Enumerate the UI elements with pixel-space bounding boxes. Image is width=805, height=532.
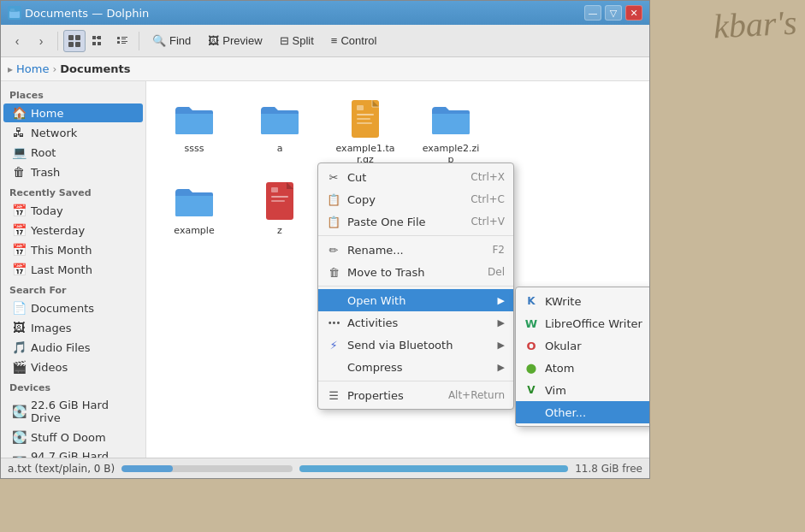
preview-icon: 🖼 xyxy=(208,34,219,47)
back-button[interactable]: ‹ xyxy=(6,30,28,52)
sidebar-trash-label: Trash xyxy=(31,166,60,179)
menu-cut[interactable]: ✂ Cut Ctrl+X xyxy=(318,166,513,188)
close-button[interactable]: ✕ xyxy=(625,5,642,21)
file-item-example2zip[interactable]: example2.zip xyxy=(417,95,485,168)
menu-properties[interactable]: ☰ Properties Alt+Return xyxy=(318,384,513,406)
recently-saved-label: Recently Saved xyxy=(1,182,145,200)
menu-move-trash[interactable]: 🗑 Move to Trash Del xyxy=(318,261,513,283)
sidebar-home-label: Home xyxy=(31,107,63,120)
activities-label: Activities xyxy=(347,316,491,329)
compress-label: Compress xyxy=(347,361,491,374)
sidebar-item-documents[interactable]: 📄 Documents xyxy=(3,299,143,317)
toolbar-separator-2 xyxy=(139,32,139,50)
open-with-label: Open With xyxy=(347,294,491,307)
folder-icon-ssss xyxy=(174,98,215,139)
sidebar-item-videos[interactable]: 🎬 Videos xyxy=(3,358,143,376)
file-item-ssss[interactable]: ssss xyxy=(160,95,228,168)
submenu-libreoffice[interactable]: W LibreOffice Writer xyxy=(516,312,649,334)
sidebar-today-label: Today xyxy=(31,204,63,217)
hdd1-icon: 💽 xyxy=(12,405,26,418)
progress-fill xyxy=(121,465,173,472)
submenu-open-with: K KWrite W LibreOffice Writer O Okular xyxy=(515,287,649,427)
sidebar-item-root[interactable]: 💻 Root xyxy=(3,143,143,162)
file-item-a[interactable]: a xyxy=(246,95,314,168)
maximize-button[interactable]: ▽ xyxy=(605,5,622,21)
submenu-okular[interactable]: O Okular xyxy=(516,334,649,357)
sidebar-item-audio[interactable]: 🎵 Audio Files xyxy=(3,338,143,357)
svg-rect-16 xyxy=(121,43,126,44)
sidebar-item-trash[interactable]: 🗑 Trash xyxy=(3,163,143,181)
menu-rename[interactable]: ✏ Rename... F2 xyxy=(318,239,513,261)
breadcrumb-documents: Documents xyxy=(60,62,130,75)
cut-icon: ✂ xyxy=(327,170,340,184)
menu-activities[interactable]: ••• Activities ▶ xyxy=(318,311,513,334)
sidebar-stuff-label: Stuff O Doom xyxy=(31,431,106,444)
menu-bluetooth[interactable]: ⚡ Send via Bluetooth ▶ xyxy=(318,334,513,356)
menu-open-with[interactable]: Open With ▶ K KWrite W LibreOffice Write… xyxy=(318,289,513,311)
submenu-vim[interactable]: V Vim xyxy=(516,379,649,401)
svg-rect-23 xyxy=(271,187,278,192)
forward-button[interactable]: › xyxy=(30,30,52,52)
activities-icon: ••• xyxy=(327,316,340,329)
audio-icon: 🎵 xyxy=(12,340,26,354)
submenu-kwrite[interactable]: K KWrite xyxy=(516,290,649,312)
file-item-example[interactable]: example xyxy=(160,177,228,239)
properties-label: Properties xyxy=(347,389,441,402)
sidebar-item-this-month[interactable]: 📅 This Month xyxy=(3,240,143,259)
folder-icon-example2zip xyxy=(430,98,471,139)
libreoffice-icon: W xyxy=(524,316,538,330)
properties-shortcut: Alt+Return xyxy=(448,389,505,401)
sidebar-item-home[interactable]: 🏠 Home xyxy=(3,103,143,122)
sidebar-item-hdd2[interactable]: 💽 94.7 GiB Hard Drive xyxy=(3,447,143,458)
sidebar-hdd2-label: 94.7 GiB Hard Drive xyxy=(31,450,134,458)
svg-rect-20 xyxy=(357,118,370,120)
control-button[interactable]: ≡ Control xyxy=(323,31,385,50)
svg-rect-15 xyxy=(121,41,127,42)
svg-rect-25 xyxy=(271,200,285,202)
breadcrumb-home[interactable]: Home xyxy=(16,62,49,75)
find-button[interactable]: 🔍 Find xyxy=(145,31,198,50)
sidebar-item-hdd1[interactable]: 💽 22.6 GiB Hard Drive xyxy=(3,396,143,427)
svg-rect-4 xyxy=(68,42,74,47)
sidebar-item-last-month[interactable]: 📅 Last Month xyxy=(3,260,143,279)
main-area: Places 🏠 Home 🖧 Network 💻 Root 🗑 Trash R… xyxy=(1,81,649,458)
submenu-atom[interactable]: ⬤ Atom xyxy=(516,357,649,379)
submenu-other[interactable]: Other... xyxy=(516,401,649,423)
file-item-z[interactable]: z xyxy=(246,177,314,239)
view-icons-button[interactable] xyxy=(63,30,86,52)
menu-paste[interactable]: 📋 Paste One File Ctrl+V xyxy=(318,210,513,233)
breadcrumb-home-icon: ▸ xyxy=(8,63,13,75)
move-trash-shortcut: Del xyxy=(488,266,505,278)
svg-rect-8 xyxy=(92,42,96,45)
preview-button[interactable]: 🖼 Preview xyxy=(200,31,269,50)
vim-icon: V xyxy=(524,383,538,397)
view-compact-button[interactable] xyxy=(87,30,110,52)
copy-icon: 📋 xyxy=(327,192,340,206)
wallpaper-text: kbar's xyxy=(712,2,797,46)
other-label: Other... xyxy=(545,406,586,419)
sidebar: Places 🏠 Home 🖧 Network 💻 Root 🗑 Trash R… xyxy=(1,81,146,458)
split-button[interactable]: ⊟ Split xyxy=(272,31,322,50)
svg-rect-3 xyxy=(75,35,80,40)
sidebar-item-yesterday[interactable]: 📅 Yesterday xyxy=(3,221,143,239)
view-list-button[interactable] xyxy=(111,30,133,52)
svg-rect-9 xyxy=(98,42,101,45)
file-name-a: a xyxy=(277,143,283,154)
free-space: 11.8 GiB free xyxy=(575,463,642,475)
svg-rect-11 xyxy=(117,37,120,39)
menu-compress[interactable]: Compress ▶ xyxy=(318,356,513,378)
file-item-example1[interactable]: example1.tar.gz xyxy=(331,95,400,168)
folder-icon-a xyxy=(259,98,300,139)
sidebar-item-stuff[interactable]: 💽 Stuff O Doom xyxy=(3,428,143,446)
sidebar-videos-label: Videos xyxy=(31,361,68,374)
sidebar-item-images[interactable]: 🖼 Images xyxy=(3,318,143,337)
open-with-arrow: ▶ xyxy=(498,295,505,306)
properties-icon: ☰ xyxy=(327,388,340,402)
breadcrumb-bar: ▸ Home › Documents xyxy=(1,57,649,81)
menu-sep-1 xyxy=(318,235,513,236)
minimize-button[interactable]: — xyxy=(584,5,601,21)
sidebar-item-today[interactable]: 📅 Today xyxy=(3,201,143,220)
menu-copy[interactable]: 📋 Copy Ctrl+C xyxy=(318,188,513,210)
sidebar-item-network[interactable]: 🖧 Network xyxy=(3,123,143,142)
last-month-icon: 📅 xyxy=(12,263,26,276)
